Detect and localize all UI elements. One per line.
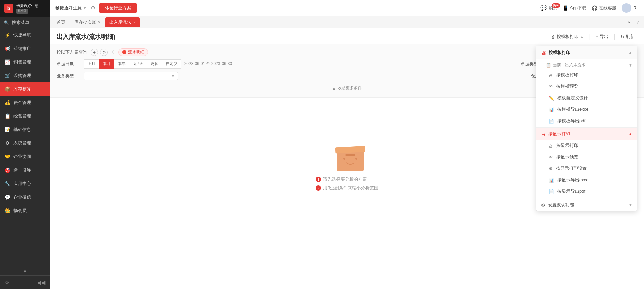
dropdown-divider-2 [536,198,637,198]
filter-collapse-icon[interactable]: 《 [110,49,114,55]
filter-action-buttons: + ⚙ 《 [91,49,114,56]
export-icon: ↑ [596,34,598,40]
current-template-icon: 📋 [546,63,551,68]
finance-icon: 💰 [4,99,11,106]
print-header-icon: 🖨 [541,50,546,55]
topbar: 畅捷通好生意 ▼ ⚙ 体验行业方案 💬 消息 99+ 📱 App下载 🎧 在线客… [50,0,644,16]
user-profile[interactable]: Rit [622,3,639,13]
sidebar-item-purchase[interactable]: 🛒 采购管理 [0,69,50,82]
industry-solution-button[interactable]: 体验行业方案 [99,3,137,13]
sidebar-item-app-center[interactable]: 🔧 应用中心 [0,177,50,190]
filter-tag-flow-detail[interactable]: 🔴 流水明细 [118,48,148,56]
topbar-gear-icon[interactable]: ⚙ [91,5,95,11]
tab-inventory-batch[interactable]: 库存批次账 × [70,17,105,27]
dropdown-item-template-excel[interactable]: 📊 按模板导出excel [536,104,637,115]
date-this-year[interactable]: 本年 [114,59,129,69]
sidebar-item-operations[interactable]: 📋 经营管理 [0,109,50,123]
dropdown-item-display-excel[interactable]: 📊 按显示导出excel [536,174,637,186]
dropdown-item-display-pdf[interactable]: 📄 按显示导出pdf [536,186,637,197]
app-center-icon: 🔧 [4,180,11,187]
window-expand-icon[interactable]: ⤢ [635,19,641,26]
sidebar-search[interactable]: 🔍 搜索菜单 [0,17,50,28]
date-label: 单据日期 [57,61,80,67]
dropdown-item-template-pdf[interactable]: 📄 按模板导出pdf [536,115,637,127]
sidebar-item-basic-info[interactable]: 📝 基础信息 [0,123,50,136]
logo-area: b 畅捷通好生意 标准版 [0,0,50,17]
sidebar-footer: ⚙ ◀◀ [0,275,50,289]
empty-svg [330,136,371,173]
sidebar-item-enterprise[interactable]: 🤝 企业协同 [0,150,50,163]
biz-type-field[interactable]: ▼ [84,72,178,80]
online-service-button[interactable]: 🎧 在线客服 [592,5,616,11]
sidebar: b 畅捷通好生意 标准版 🔍 搜索菜单 ⚡ 快捷导航 📢 营销推广 📈 销售管理… [0,0,50,289]
settings-icon[interactable]: ⚙ [5,279,9,286]
dropdown-item-template-custom[interactable]: ✏️ 模板自定义设计 [536,92,637,104]
sidebar-item-member[interactable]: 👑 畅会员 [0,204,50,217]
date-custom[interactable]: 自定义 [162,59,181,69]
sidebar-item-marketing[interactable]: 📢 营销推广 [0,42,50,55]
template-print-item-icon: 🖨 [549,73,553,78]
template-excel-icon: 📊 [549,107,554,112]
window-close-icon[interactable]: × [626,19,632,26]
refresh-icon: ↻ [621,34,624,40]
tab-inventory-batch-close[interactable]: × [98,20,100,25]
sidebar-item-inventory[interactable]: 📦 库存核算 [0,82,50,96]
dropdown-header-arrow: ▲ [628,50,632,55]
display-pdf-icon: 📄 [549,189,554,194]
dropdown-item-template-print[interactable]: 🖨 按模板打印 [536,69,637,81]
date-filter: 上月 本月 本年 近7天 更多 自定义 [84,59,181,69]
marketing-icon: 📢 [4,45,11,52]
company-selector[interactable]: 畅捷通好生意 ▼ [55,5,87,11]
template-pdf-icon: 📄 [549,119,554,124]
dropdown-item-display-settings[interactable]: ⚙ 按显示打印设置 [536,163,637,174]
page-title: 出入库流水(流水明细) [57,33,115,41]
message-button[interactable]: 💬 消息 99+ [540,5,557,11]
app-download-button[interactable]: 📱 App下载 [563,5,586,11]
collapse-sidebar-icon[interactable]: ◀◀ [37,279,45,286]
dropdown-item-display-preview[interactable]: 👁 按显示预览 [536,151,637,163]
display-preview-icon: 👁 [549,155,553,160]
date-last-month[interactable]: 上月 [84,59,99,69]
sidebar-item-guide[interactable]: 🎯 新手引导 [0,163,50,177]
sidebar-scroll-down[interactable]: ▼ [0,268,50,275]
template-print-dropdown: 🖨 按模板打印 ▲ 📋 当前：出入库流水 ▼ 🖨 按模板打印 👁 按模 [536,46,637,211]
template-print-button[interactable]: 🖨 按模板打印 ▲ [548,32,586,41]
filter-settings-button[interactable]: ⚙ [100,49,108,56]
tab-inventory-flow[interactable]: 出入库流水 × [105,17,140,27]
sidebar-item-sales[interactable]: 📈 销售管理 [0,55,50,69]
date-recent7[interactable]: 近7天 [129,59,147,69]
dropdown-footer-settings[interactable]: ⚙ 设置默认功能 ▼ [536,199,637,211]
dropdown-item-display-print[interactable]: 🖨 按显示打印 [536,140,637,151]
refresh-button[interactable]: ↻ 刷新 [618,32,637,41]
svg-rect-0 [337,151,364,171]
svg-point-3 [343,158,345,160]
tab-inventory-flow-close[interactable]: × [133,20,136,25]
empty-illustration [330,136,364,169]
export-button[interactable]: ↑ 导出 [593,32,611,41]
date-more[interactable]: 更多 [147,59,162,69]
sidebar-item-quick-nav[interactable]: ⚡ 快捷导航 [0,28,50,42]
sidebar-item-wechat[interactable]: 💬 企业微信 [0,190,50,204]
operations-icon: 📋 [4,113,11,120]
basic-info-icon: 📝 [4,126,11,133]
filter-add-button[interactable]: + [91,49,98,56]
date-this-month[interactable]: 本月 [99,59,114,69]
headset-icon: 🎧 [592,5,597,11]
dropdown-item-template-preview[interactable]: 👁 按模板预览 [536,81,637,92]
footer-settings-icon: ⚙ [541,203,545,208]
empty-instructions: 1 请先选择要分析的方案 2 用[过滤]条件来缩小分析范围 [316,176,378,194]
tab-home[interactable]: 首页 [53,17,69,27]
biz-type-arrow: ▼ [171,74,175,78]
sidebar-item-system[interactable]: ⚙ 系统管理 [0,136,50,150]
dropdown-header[interactable]: 🖨 按模板打印 ▲ [536,46,637,59]
current-template-arrow: ▼ [628,63,632,67]
template-print-arrow: ▲ [580,35,584,39]
topbar-right: 💬 消息 99+ 📱 App下载 🎧 在线客服 Rit [540,3,639,13]
separator-1: | [589,33,591,41]
printer-icon: 🖨 [551,34,555,40]
sidebar-item-finance[interactable]: 💰 资金管理 [0,96,50,109]
inventory-icon: 📦 [4,86,11,93]
page-content: 出入库流水(流水明细) 🖨 按模板打印 ▲ | ↑ 导出 | ↻ 刷新 [50,28,644,289]
purchase-icon: 🛒 [4,72,11,79]
dropdown-display-section[interactable]: 🖨 按显示打印 ▲ [536,128,637,140]
